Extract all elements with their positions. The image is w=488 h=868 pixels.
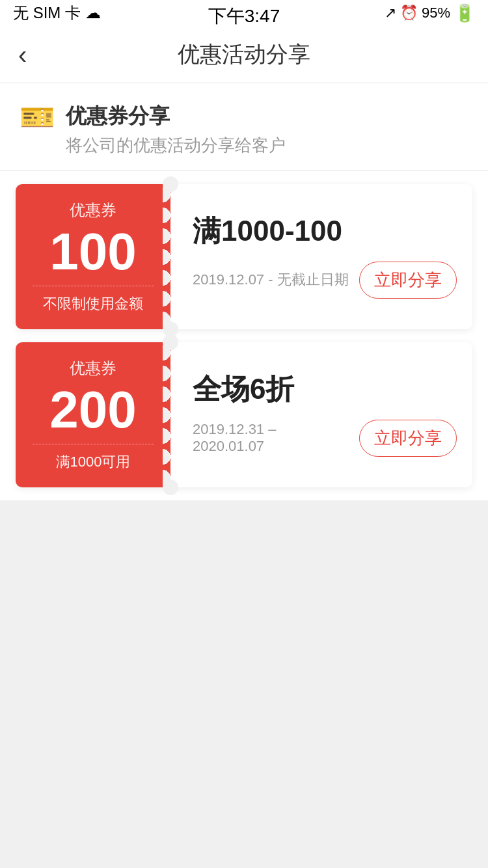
share-button-1[interactable]: 立即分享 xyxy=(359,420,457,457)
nav-bar: ‹ 优惠活动分享 xyxy=(0,26,488,83)
coupon-date-row-1: 2019.12.31 – 2020.01.07 立即分享 xyxy=(193,420,457,457)
coupon-date-1: 2019.12.31 – 2020.01.07 xyxy=(193,421,351,455)
section-subtitle: 将公司的优惠活动分享给客户 xyxy=(66,134,286,157)
coupon-left-0: 优惠券 100 不限制使用金额 xyxy=(16,184,170,329)
alarm-icon: ⏰ xyxy=(400,5,418,21)
bg-fill xyxy=(0,500,488,826)
coupon-condition-0: 不限制使用金额 xyxy=(43,294,143,314)
status-left: 无 SIM 卡 ☁ xyxy=(13,3,101,23)
coupon-amount-0: 100 xyxy=(49,226,136,278)
coupon-list: 优惠券 100 不限制使用金额 满1000-100 2019.12.07 - 无… xyxy=(0,171,488,500)
section-title: 优惠券分享 xyxy=(66,103,286,130)
coupon-divider-0 xyxy=(33,286,153,286)
coupon-date-row-0: 2019.12.07 - 无截止日期 立即分享 xyxy=(193,262,457,299)
coupon-condition-1: 满1000可用 xyxy=(56,452,131,472)
coupon-divider-1 xyxy=(33,444,153,444)
page-title: 优惠活动分享 xyxy=(178,40,310,70)
coupon-amount-1: 200 xyxy=(49,384,136,436)
location-icon: ↗ xyxy=(385,5,396,21)
coupon-name-1: 全场6折 xyxy=(193,372,457,407)
coupon-date-0: 2019.12.07 - 无截止日期 xyxy=(193,270,349,290)
status-right: ↗ ⏰ 95% 🔋 xyxy=(385,3,475,23)
signal-text: 无 SIM 卡 ☁ xyxy=(13,3,101,23)
notch-top-1 xyxy=(163,334,178,350)
coupon-share-icon: 🎫 xyxy=(20,103,55,131)
coupon-right-0: 满1000-100 2019.12.07 - 无截止日期 立即分享 xyxy=(170,184,472,329)
coupon-label-0: 优惠券 xyxy=(70,200,116,221)
coupon-name-0: 满1000-100 xyxy=(193,214,457,249)
battery-text: 95% xyxy=(422,5,450,21)
coupon-card-1: 优惠券 200 满1000可用 全场6折 2019.12.31 – 2020.0… xyxy=(16,342,472,487)
status-time: 下午3:47 xyxy=(208,4,280,29)
coupon-right-1: 全场6折 2019.12.31 – 2020.01.07 立即分享 xyxy=(170,342,472,487)
share-button-0[interactable]: 立即分享 xyxy=(359,262,457,299)
back-button[interactable]: ‹ xyxy=(18,42,27,68)
status-bar: 无 SIM 卡 ☁ 下午3:47 ↗ ⏰ 95% 🔋 xyxy=(0,0,488,26)
coupon-left-1: 优惠券 200 满1000可用 xyxy=(16,342,170,487)
section-header: 🎫 优惠券分享 将公司的优惠活动分享给客户 xyxy=(0,83,488,170)
section-text: 优惠券分享 将公司的优惠活动分享给客户 xyxy=(66,103,286,157)
notch-bottom-1 xyxy=(163,480,178,495)
coupon-card-0: 优惠券 100 不限制使用金额 满1000-100 2019.12.07 - 无… xyxy=(16,184,472,329)
coupon-label-1: 优惠券 xyxy=(70,358,116,379)
battery-icon: 🔋 xyxy=(454,3,475,23)
notch-top-0 xyxy=(163,176,178,192)
